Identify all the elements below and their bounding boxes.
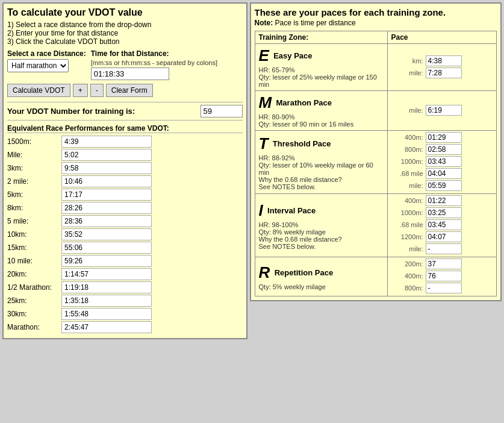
race-value — [61, 162, 152, 174]
race-value — [61, 255, 152, 267]
note-text: Pace is time per distance — [275, 19, 356, 27]
race-label: 1500m: — [7, 137, 61, 146]
clear-form-button[interactable]: Clear Form — [106, 84, 153, 97]
pace-input[interactable] — [426, 156, 462, 167]
race-value — [61, 215, 152, 227]
race-row: 30km: — [7, 308, 243, 320]
race-input[interactable] — [61, 202, 152, 214]
pace-input[interactable] — [426, 195, 462, 206]
race-list: 1500m: Mile: 3km: 2 mile: 5km: 8km: 5 mi… — [7, 136, 243, 333]
zone-row: E Easy Pace HR: 65-79%Qty: lesser of 25%… — [255, 44, 496, 91]
pace-input[interactable] — [426, 105, 462, 116]
pace-label: 800m: — [390, 284, 423, 292]
race-input[interactable] — [61, 255, 152, 267]
race-input[interactable] — [61, 281, 152, 293]
pace-row: .68 mile — [390, 168, 494, 179]
pace-input[interactable] — [426, 180, 462, 191]
note-line: Note: Pace is time per distance — [255, 19, 497, 27]
pace-input[interactable] — [426, 258, 462, 269]
race-input[interactable] — [61, 162, 152, 174]
zone-name: Threshold Pace — [273, 139, 331, 148]
race-value — [61, 321, 152, 333]
pace-value — [426, 168, 462, 179]
minus-button[interactable]: - — [90, 84, 104, 97]
pace-label: mile: — [390, 107, 423, 114]
race-label: 10 mile: — [7, 257, 61, 265]
pace-input[interactable] — [426, 283, 462, 293]
race-value — [61, 149, 152, 161]
race-label: 2 mile: — [7, 177, 61, 186]
pace-value — [426, 55, 462, 66]
race-value — [61, 136, 152, 148]
vdot-label: Your VDOT Number for training is: — [7, 107, 201, 116]
zone-row: I Interval Pace HR: 98-100%Qty: 8% weekl… — [255, 194, 496, 257]
vdot-value-input[interactable] — [201, 105, 243, 118]
race-row: 1500m: — [7, 136, 243, 148]
time-input[interactable] — [91, 67, 169, 80]
pace-row: 1000m: — [390, 156, 494, 167]
page-title: To calculate your VDOT value — [7, 7, 243, 18]
pace-input[interactable] — [426, 231, 462, 242]
pace-input[interactable] — [426, 132, 462, 143]
pace-value — [426, 67, 462, 78]
pace-label: 200m: — [390, 260, 423, 268]
race-row: 3km: — [7, 162, 243, 174]
race-input[interactable] — [61, 242, 152, 254]
pace-label: km: — [390, 57, 423, 64]
pace-value — [426, 231, 462, 242]
zone-desc: HR: 98-100%Qty: 8% weekly milageWhy the … — [259, 221, 384, 250]
pace-value — [426, 243, 462, 254]
zone-info-cell: R Repetition Pace Qty: 5% weekly milage — [255, 257, 387, 296]
instructions: 1) Select a race distance from the drop-… — [7, 20, 243, 46]
race-label: Mile: — [7, 151, 61, 159]
pace-label: 1000m: — [390, 209, 423, 216]
race-input[interactable] — [61, 268, 152, 280]
pace-input[interactable] — [426, 243, 462, 254]
race-input[interactable] — [61, 149, 152, 161]
pace-label: 400m: — [390, 197, 423, 204]
race-input[interactable] — [61, 175, 152, 187]
calculate-vdot-button[interactable]: Calculate VDOT — [7, 84, 70, 97]
zone-name: Interval Pace — [267, 206, 316, 215]
instruction-3: 3) Click the Calculate VDOT button — [7, 37, 243, 46]
race-label: 5km: — [7, 190, 61, 199]
race-label: 1/2 Marathon: — [7, 283, 61, 292]
zone-row: R Repetition Pace Qty: 5% weekly milage … — [255, 257, 496, 296]
race-row: 5 mile: — [7, 215, 243, 227]
race-label: 15km: — [7, 243, 61, 252]
zone-name: Marathon Pace — [276, 98, 332, 107]
pace-value — [426, 180, 462, 191]
col-zone: Training Zone: — [255, 31, 387, 44]
zone-info-cell: T Threshold Pace HR: 88-92%Qty: lesser o… — [255, 131, 387, 194]
time-hint: [mm:ss or hh:mm:ss - separated by colons… — [91, 59, 217, 66]
pace-label: .68 mile — [390, 221, 423, 228]
race-input[interactable] — [61, 321, 152, 333]
left-panel: To calculate your VDOT value 1) Select a… — [2, 2, 247, 339]
pace-row: 200m: — [390, 258, 494, 269]
pace-input[interactable] — [426, 271, 462, 281]
race-input[interactable] — [61, 215, 152, 227]
pace-value — [426, 271, 462, 281]
zone-desc: HR: 80-90%Qty: lesser of 90 min or 16 mi… — [259, 113, 384, 128]
race-input[interactable] — [61, 228, 152, 240]
pace-input[interactable] — [426, 219, 462, 230]
race-input[interactable] — [61, 136, 152, 148]
pace-label: 1200m: — [390, 233, 423, 240]
race-input[interactable] — [61, 189, 152, 201]
pace-row: 400m: — [390, 132, 494, 143]
race-input[interactable] — [61, 295, 152, 307]
pace-row: 800m: — [390, 144, 494, 155]
pace-input[interactable] — [426, 67, 462, 78]
plus-button[interactable]: + — [73, 84, 88, 97]
pace-input[interactable] — [426, 168, 462, 179]
zone-name: Easy Pace — [273, 51, 312, 60]
col-pace: Pace — [387, 31, 496, 44]
race-row: Marathon: — [7, 321, 243, 333]
time-label: Time for that Distance: — [91, 49, 217, 58]
pace-input[interactable] — [426, 55, 462, 66]
pace-input[interactable] — [426, 144, 462, 155]
pace-input[interactable] — [426, 207, 462, 218]
distance-select[interactable]: 1500mMile3km2 mile5km8km5 mile10km15km10… — [7, 59, 69, 72]
race-input[interactable] — [61, 308, 152, 320]
pace-row: mile: — [390, 67, 494, 78]
